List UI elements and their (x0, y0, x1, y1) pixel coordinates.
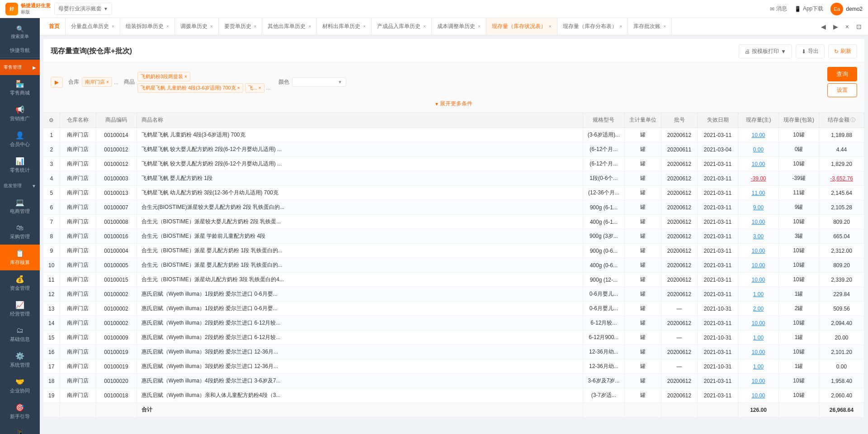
product-tag-2[interactable]: 飞鹤星飞帆 儿童奶粉 4段(3-6岁适用) 700克 × (137, 83, 243, 93)
tab-split-history[interactable]: 分量盘点单历史 × (66, 18, 120, 35)
tab-close-all-button[interactable]: × (843, 23, 852, 30)
table-row: 14 南岸门店 00100002 惠氏启赋（Wyeth illuma）2段奶粉 … (43, 316, 864, 330)
tab-close-icon[interactable]: × (620, 24, 623, 29)
info-icon[interactable]: ⓘ (850, 117, 855, 123)
page-inner: 现存量查询(按仓库+批次) 🖨 按模板打印 ▼ ⬇ 导出 ↻ (43, 39, 864, 417)
tag-close-icon[interactable]: × (106, 80, 109, 85)
sidebar-item-basic[interactable]: 🗂 基础信息 (0, 322, 40, 347)
tab-close-icon[interactable]: × (166, 24, 169, 29)
sidebar-item-enterprise[interactable]: 🤝 企业协同 (0, 373, 40, 399)
table-header-row: ⚙ 仓库名称 商品编码 商品名称 规格型号 主计量单位 批号 失效日期 现存量(… (43, 113, 864, 128)
warehouse-tag[interactable]: 南岸门店 × (82, 77, 112, 87)
th-warehouse: 仓库名称 (60, 113, 96, 128)
marketing-icon: 📢 (2, 105, 38, 114)
tab-close-icon[interactable]: × (363, 24, 366, 29)
industry-selector[interactable]: 母婴行业演示账套 ▼ (54, 3, 112, 15)
table-row: 12 南岸门店 00100002 惠氏启赋（Wyeth illuma）1段奶粉 … (43, 287, 864, 302)
sidebar-item-inventory[interactable]: 📋 库存核算 (0, 245, 40, 270)
tab-other-out-history[interactable]: 其他出库单历史 × (262, 18, 317, 35)
filter-row-toggle: ▾ 展开更多条件 (51, 100, 857, 108)
tab-inventory-dist[interactable]: 现存量（库存分布表） × (557, 18, 628, 35)
sidebar-item-app-center[interactable]: 📱 应用中心 (0, 425, 40, 434)
user-menu[interactable]: Ea demo2 (830, 3, 863, 15)
export-button[interactable]: ⬇ 导出 (796, 44, 825, 58)
sidebar-item-purchase[interactable]: 🛍 采购管理 (0, 219, 40, 245)
tag-close-icon[interactable]: × (184, 74, 187, 79)
th-pkg: 现存量(包装) (779, 113, 819, 128)
avatar: Ea (830, 3, 843, 15)
sidebar-item-new-guide[interactable]: 🎯 新手引导 (0, 399, 40, 425)
table-row: 2 南岸门店 00100012 飞鹤星飞帆 较大婴儿配方奶粉 2段(6-12个月… (43, 142, 864, 157)
tab-close-icon[interactable]: × (254, 24, 257, 29)
tab-close-icon[interactable]: × (210, 24, 213, 29)
inventory-icon: 📋 (2, 249, 38, 258)
page-header: 现存量查询(按仓库+批次) 🖨 按模板打印 ▼ ⬇ 导出 ↻ (43, 39, 864, 62)
tag-close-icon[interactable]: × (259, 85, 261, 90)
filter-expand-button[interactable]: ▶ (51, 77, 63, 88)
tab-material-out-history[interactable]: 材料出库单历史 × (317, 18, 372, 35)
tab-close-icon[interactable]: × (112, 24, 114, 29)
tab-close-icon[interactable]: × (423, 24, 426, 29)
app-name: 畅捷通好生意 标版 (21, 2, 51, 15)
filter-warehouse-group: 合库 南岸门店 × ... (68, 77, 118, 87)
sidebar-item-wholesale[interactable]: 批发管理 ▼ (0, 178, 40, 193)
tab-transfer-history[interactable]: 调拨单历史 × (175, 18, 219, 35)
basic-icon: 🗂 (2, 326, 38, 335)
tab-close-icon[interactable]: × (308, 24, 311, 29)
tab-prev-button[interactable]: ◀ (818, 23, 829, 30)
purchase-icon: 🛍 (2, 224, 38, 232)
sidebar-item-retail-stats[interactable]: 📊 零售统计 (0, 152, 40, 178)
footer-qty: 126.00 (738, 403, 779, 417)
sidebar-item-member[interactable]: 👤 会员中心 (0, 127, 40, 152)
table-row: 18 南岸门店 00100020 惠氏启赋（Wyeth illuma）4段奶粉 … (43, 374, 864, 388)
tab-close-icon[interactable]: × (549, 24, 552, 29)
tab-cost-adjust-history[interactable]: 成本调整单历史 × (432, 18, 486, 35)
tab-request-history[interactable]: 要货单历史 × (219, 18, 263, 35)
chevron-down-icon: ▼ (781, 48, 786, 55)
refresh-button[interactable]: ↻ 刷新 (828, 44, 857, 58)
tab-maximize-button[interactable]: ⊡ (854, 23, 864, 30)
chevron-down-icon-wholesale: ▼ (32, 184, 36, 189)
th-batch: 批号 (661, 113, 698, 128)
messages-button[interactable]: ✉ 消息 (770, 5, 787, 13)
tab-close-icon[interactable]: × (663, 24, 666, 29)
tab-product-in-history[interactable]: 产成品入库单历史 × (372, 18, 432, 35)
top-bar-left: 好 畅捷通好生意 标版 母婴行业演示账套 ▼ (5, 2, 112, 15)
color-filter-input[interactable]: ▼ (292, 77, 346, 87)
tab-disassembly-history[interactable]: 组装拆卸单历史 × (120, 18, 175, 35)
query-button[interactable]: 查询 (827, 67, 857, 81)
template-print-button[interactable]: 🖨 按模板打印 ▼ (739, 44, 792, 58)
sidebar-item-retail-store[interactable]: 🏪 零售商城 (0, 75, 40, 101)
product-filter-ellipsis[interactable]: ... (266, 85, 271, 91)
product-tag-1[interactable]: 飞鹤奶粉3段两提装 × (137, 72, 190, 81)
sidebar-item-finance[interactable]: 💰 资金管理 (0, 270, 40, 296)
filter-ellipsis[interactable]: ... (114, 79, 118, 85)
main-layout: 🔍 搜索菜单 快捷导航 零售管理 ▶ 🏪 零售商城 📢 营销推广 👤 会员中心 … (0, 18, 868, 434)
product-tag-3[interactable]: 飞... × (245, 83, 264, 93)
expand-more-button[interactable]: ▾ 展开更多条件 (435, 100, 472, 108)
sidebar-item-system[interactable]: ⚙️ 系统管理 (0, 347, 40, 373)
sidebar-item-marketing[interactable]: 📢 营销推广 (0, 101, 40, 127)
chevron-down-icon: ▼ (104, 6, 108, 11)
tab-next-button[interactable]: ▶ (830, 23, 841, 30)
table-body: 1 南岸门店 00100014 飞鹤星飞帆 儿童奶粉 4段(3-6岁适用) 70… (43, 128, 864, 403)
sidebar-item-ops[interactable]: 📈 经营管理 (0, 296, 40, 322)
search-menu-button[interactable]: 🔍 搜索菜单 (9, 22, 31, 43)
sidebar-item-retail[interactable]: 零售管理 ▶ (0, 60, 40, 75)
tab-close-icon[interactable]: × (478, 24, 481, 29)
th-qty: 现存量(主) (738, 113, 779, 128)
settings-button[interactable]: 设置 (827, 83, 857, 97)
tab-inventory-status[interactable]: 现存量（库存状况表） × (486, 18, 557, 35)
tag-close-icon[interactable]: × (237, 85, 240, 90)
tab-home[interactable]: 首页 (43, 18, 66, 35)
tab-bar-right: ◀ ▶ × ⊡ (818, 23, 864, 30)
logo-area: 好 畅捷通好生意 标版 (5, 2, 51, 15)
footer-amount: 26,968.64 (819, 403, 864, 417)
message-icon: ✉ (770, 6, 774, 12)
tab-batch-voucher[interactable]: 库存批次账 × (628, 18, 672, 35)
app-download-button[interactable]: 📱 App下载 (794, 5, 823, 13)
quick-nav-button[interactable]: 快捷导航 (0, 43, 40, 58)
content-area: 首页 分量盘点单历史 × 组装拆卸单历史 × 调拨单历史 × 要货单历史 × 其… (40, 18, 868, 434)
th-gear[interactable]: ⚙ (43, 113, 60, 128)
sidebar-item-ecommerce[interactable]: 💻 电商管理 (0, 193, 40, 219)
